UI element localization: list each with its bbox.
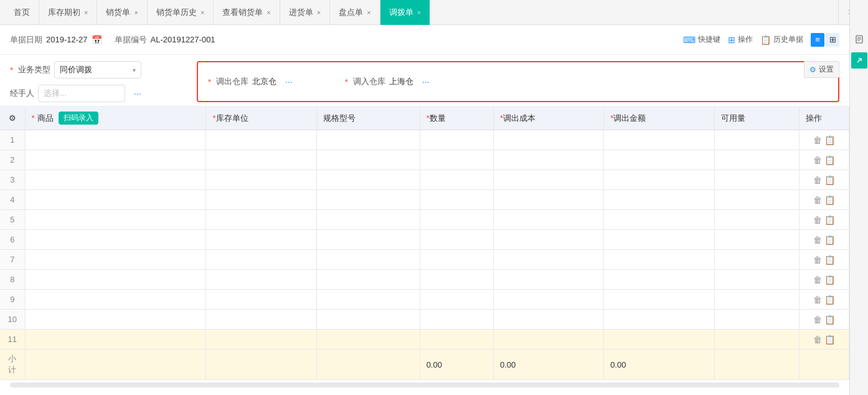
- delete-icon-2[interactable]: 🗑: [813, 155, 822, 165]
- transfer-in-more-icon[interactable]: ···: [422, 77, 430, 87]
- row-10-qty[interactable]: [420, 310, 493, 330]
- tab-transfer-order[interactable]: 调拨单 ×: [380, 0, 430, 25]
- row-3-product[interactable]: [25, 170, 206, 190]
- row-2-amount[interactable]: [604, 150, 714, 170]
- row-4-cost[interactable]: [493, 190, 603, 210]
- row-9-qty[interactable]: [420, 290, 493, 310]
- tab-sales-order[interactable]: 销货单 ×: [97, 0, 147, 25]
- copy-icon-8[interactable]: 📋: [824, 275, 835, 285]
- delete-icon-11[interactable]: 🗑: [813, 335, 822, 345]
- row-9-cost[interactable]: [493, 290, 603, 310]
- row-2-spec[interactable]: [316, 150, 420, 170]
- row-11-unit[interactable]: [206, 330, 316, 350]
- tab-inventory-check[interactable]: 盘点单 ×: [330, 0, 380, 25]
- row-1-amount[interactable]: [604, 130, 714, 150]
- row-1-spec[interactable]: [316, 130, 420, 150]
- sidebar-export-icon[interactable]: [851, 52, 867, 69]
- row-8-spec[interactable]: [316, 270, 420, 290]
- delete-icon-8[interactable]: 🗑: [813, 275, 822, 285]
- delete-icon-6[interactable]: 🗑: [813, 235, 822, 245]
- calendar-icon[interactable]: 📅: [92, 35, 102, 45]
- row-10-product[interactable]: [25, 310, 206, 330]
- settings-button[interactable]: ⚙ 设置: [804, 61, 839, 78]
- copy-icon-4[interactable]: 📋: [824, 195, 835, 205]
- layout-grid-icon[interactable]: ⊞: [826, 33, 839, 47]
- row-7-unit[interactable]: [206, 250, 316, 270]
- row-7-product[interactable]: [25, 250, 206, 270]
- delete-icon-9[interactable]: 🗑: [813, 295, 822, 305]
- row-9-spec[interactable]: [316, 290, 420, 310]
- copy-icon-5[interactable]: 📋: [824, 215, 835, 225]
- row-10-available[interactable]: [714, 310, 799, 330]
- row-5-spec[interactable]: [316, 210, 420, 230]
- row-2-unit[interactable]: [206, 150, 316, 170]
- row-1-cost[interactable]: [493, 130, 603, 150]
- row-6-spec[interactable]: [316, 230, 420, 250]
- row-10-unit[interactable]: [206, 310, 316, 330]
- row-7-spec[interactable]: [316, 250, 420, 270]
- row-5-available[interactable]: [714, 210, 799, 230]
- col-header-gear[interactable]: ⚙: [0, 107, 25, 130]
- tab-purchase-order-close[interactable]: ×: [317, 9, 321, 16]
- tab-inventory-init[interactable]: 库存期初 ×: [39, 0, 97, 25]
- tab-transfer-order-close[interactable]: ×: [417, 9, 421, 16]
- row-3-qty[interactable]: [420, 170, 493, 190]
- sidebar-doc-icon[interactable]: [851, 31, 867, 47]
- tab-sales-order-close[interactable]: ×: [134, 9, 138, 16]
- row-11-amount[interactable]: [604, 330, 714, 350]
- delete-icon-7[interactable]: 🗑: [813, 255, 822, 265]
- copy-icon-9[interactable]: 📋: [824, 295, 835, 305]
- row-6-product[interactable]: [25, 230, 206, 250]
- row-9-amount[interactable]: [604, 290, 714, 310]
- row-8-cost[interactable]: [493, 270, 603, 290]
- horizontal-scrollbar[interactable]: [0, 380, 849, 390]
- scan-button[interactable]: 扫码录入: [59, 112, 98, 125]
- tab-purchase-order[interactable]: 进货单 ×: [280, 0, 330, 25]
- row-4-spec[interactable]: [316, 190, 420, 210]
- row-10-cost[interactable]: [493, 310, 603, 330]
- row-2-qty[interactable]: [420, 150, 493, 170]
- business-type-select[interactable]: 同价调拨 ▾: [54, 61, 141, 79]
- tab-inventory-check-close[interactable]: ×: [367, 9, 370, 16]
- row-6-available[interactable]: [714, 230, 799, 250]
- row-11-product[interactable]: [25, 330, 206, 350]
- row-8-amount[interactable]: [604, 270, 714, 290]
- row-9-available[interactable]: [714, 290, 799, 310]
- row-5-unit[interactable]: [206, 210, 316, 230]
- row-3-spec[interactable]: [316, 170, 420, 190]
- tab-sales-history-close[interactable]: ×: [200, 9, 204, 16]
- row-9-unit[interactable]: [206, 290, 316, 310]
- row-1-qty[interactable]: [420, 130, 493, 150]
- layout-list-icon[interactable]: ≡: [811, 33, 824, 47]
- row-8-available[interactable]: [714, 270, 799, 290]
- row-8-product[interactable]: [25, 270, 206, 290]
- row-3-cost[interactable]: [493, 170, 603, 190]
- copy-icon-7[interactable]: 📋: [824, 255, 835, 265]
- delete-icon-1[interactable]: 🗑: [813, 135, 822, 145]
- copy-icon-10[interactable]: 📋: [824, 315, 835, 325]
- row-4-qty[interactable]: [420, 190, 493, 210]
- shortcuts-button[interactable]: ⌨ 快捷键: [683, 34, 720, 45]
- row-5-qty[interactable]: [420, 210, 493, 230]
- row-10-spec[interactable]: [316, 310, 420, 330]
- row-2-product[interactable]: [25, 150, 206, 170]
- tab-view-sales-close[interactable]: ×: [267, 9, 270, 16]
- handler-more-icon[interactable]: ···: [134, 88, 141, 98]
- tab-inventory-init-close[interactable]: ×: [84, 9, 88, 16]
- row-4-unit[interactable]: [206, 190, 316, 210]
- transfer-out-more-icon[interactable]: ···: [285, 77, 293, 87]
- row-8-unit[interactable]: [206, 270, 316, 290]
- row-2-cost[interactable]: [493, 150, 603, 170]
- copy-icon-6[interactable]: 📋: [824, 235, 835, 245]
- row-3-available[interactable]: [714, 170, 799, 190]
- delete-icon-3[interactable]: 🗑: [813, 175, 822, 185]
- row-1-unit[interactable]: [206, 130, 316, 150]
- copy-icon-1[interactable]: 📋: [824, 135, 835, 145]
- row-3-amount[interactable]: [604, 170, 714, 190]
- row-4-product[interactable]: [25, 190, 206, 210]
- row-11-qty[interactable]: [420, 330, 493, 350]
- tab-sales-history[interactable]: 销货单历史 ×: [148, 0, 214, 25]
- tab-home[interactable]: 首页: [5, 0, 39, 25]
- row-1-available[interactable]: [714, 130, 799, 150]
- row-5-cost[interactable]: [493, 210, 603, 230]
